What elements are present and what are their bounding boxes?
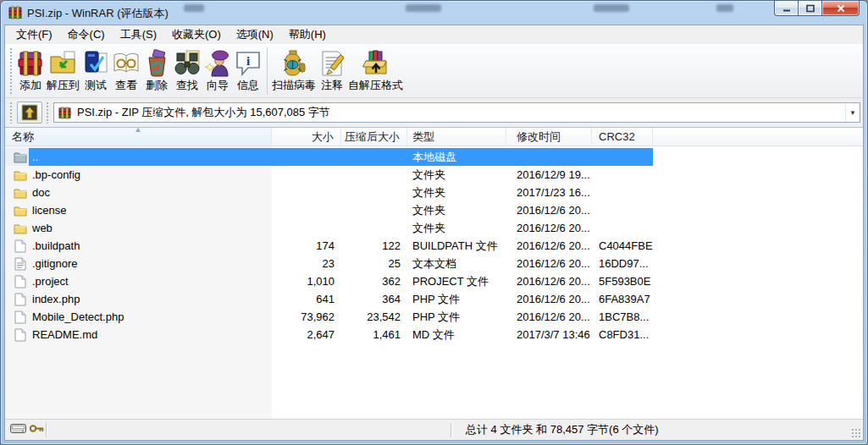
toolbar-button-sfx[interactable]: 自解压格式 (347, 46, 404, 96)
close-button[interactable] (821, 1, 860, 16)
file-row[interactable]: .bp-config文件夹2016/12/9 19... (5, 166, 863, 184)
file-name: web (32, 222, 53, 234)
file-name-cell: .buildpath (5, 237, 272, 255)
window-controls (775, 1, 860, 16)
file-row[interactable]: README.md2,6471,461MD 文件2017/3/7 13:46C8… (5, 326, 863, 343)
file-type-cell: 文件夹 (407, 166, 506, 184)
file-row[interactable]: .buildpath174122BUILDPATH 文件2016/12/6 20… (5, 237, 863, 255)
menu-item-o[interactable]: 收藏夹(O) (164, 25, 229, 44)
column-header-label: CRC32 (599, 130, 635, 143)
file-packed-size-cell: 25 (341, 255, 407, 272)
status-icons (5, 422, 46, 437)
file-packed-size-cell (341, 219, 407, 237)
file-size-cell: 2,647 (272, 326, 341, 343)
toolbar: 添加解压到测试查看删除查找向导i信息扫描病毒注释自解压格式 (5, 44, 863, 98)
column-header-size[interactable]: 大小 (272, 128, 341, 146)
toolbar-button-label: 扫描病毒 (272, 78, 316, 93)
file-packed-size-cell: 362 (341, 272, 407, 290)
file-modified-cell: 2016/12/6 20... (506, 255, 592, 272)
file-name: Mobile_Detect.php (32, 310, 124, 323)
menu-item-s[interactable]: 工具(S) (113, 25, 164, 44)
drive-icon (10, 422, 26, 437)
column-header-label: 类型 (412, 129, 434, 145)
file-row[interactable]: index.php641364PHP 文件2016/12/6 20...6FA8… (5, 290, 863, 308)
file-size-cell: 174 (272, 237, 341, 255)
toolbar-button-extract-to[interactable]: 解压到 (46, 46, 80, 96)
extract-to-icon (49, 49, 78, 78)
toolbar-separator (267, 47, 268, 95)
toolbar-button-info[interactable]: i信息 (233, 46, 263, 96)
toolbar-button-view-file[interactable]: 查看 (111, 46, 141, 96)
glass-reflection (716, 4, 733, 12)
resize-grip[interactable] (851, 428, 861, 438)
file-type-cell: 文件夹 (407, 201, 506, 219)
file-size-cell (272, 166, 341, 184)
file-crc-cell: 6FA839A7 (592, 290, 653, 308)
file-row[interactable]: web文件夹2016/12/6 20... (5, 219, 863, 237)
toolbar-button-label: 注释 (321, 78, 343, 93)
menu-bar: 文件(F)命令(C)工具(S)收藏夹(O)选项(N)帮助(H) (5, 25, 863, 44)
column-header-name[interactable]: ▲名称 (5, 128, 272, 146)
toolbar-button-delete[interactable]: 删除 (141, 46, 172, 96)
file-name: .buildpath (32, 239, 80, 252)
archive-description: PSI.zip - ZIP 压缩文件, 解包大小为 15,607,085 字节 (77, 105, 330, 120)
menu-item-n[interactable]: 选项(N) (229, 25, 281, 44)
file-crc-cell: C8FD31... (592, 326, 653, 343)
toolbar-button-scan-virus[interactable]: 扫描病毒 (271, 46, 317, 96)
column-header-label: 大小 (312, 129, 334, 145)
menu-item-h[interactable]: 帮助(H) (281, 25, 334, 44)
file-icon (14, 275, 27, 288)
file-modified-cell: 2017/1/23 16... (506, 184, 592, 201)
file-crc-cell: C4044FBE (592, 237, 653, 255)
file-modified-cell: 2016/12/6 20... (506, 237, 592, 255)
title-bar[interactable]: PSI.zip - WinRAR (评估版本) (1, 1, 867, 25)
toolbar-button-wizard[interactable]: 向导 (202, 46, 233, 96)
file-name-cell: doc (5, 184, 272, 201)
address-grip[interactable] (9, 102, 14, 124)
toolbar-button-add-archive[interactable]: 添加 (15, 46, 46, 96)
sfx-icon (362, 49, 390, 78)
wizard-icon (203, 49, 232, 78)
file-row[interactable]: doc文件夹2017/1/23 16... (5, 184, 863, 201)
folder-icon (14, 186, 27, 200)
column-header-mod[interactable]: 修改时间 (506, 128, 592, 146)
file-name-cell: Mobile_Detect.php (5, 308, 272, 326)
file-crc-cell: 1BC7B8... (592, 308, 653, 326)
file-name-cell: .gitignore (5, 255, 272, 272)
toolbar-button-comment[interactable]: 注释 (317, 46, 347, 96)
file-row[interactable]: .gitignore2325文本文档2016/12/6 20...16DD97.… (5, 255, 863, 272)
menu-item-f[interactable]: 文件(F) (8, 25, 60, 44)
file-list-panel: ▲名称大小压缩后大小类型修改时间CRC32 ..本地磁盘.bp-config文件… (5, 127, 863, 419)
file-name: .. (32, 151, 38, 163)
combo-grip[interactable] (46, 102, 50, 124)
file-modified-cell: 2016/12/6 20... (506, 219, 592, 237)
up-folder-icon (14, 151, 27, 164)
file-name-cell: .project (5, 272, 272, 290)
column-header-type[interactable]: 类型 (407, 128, 506, 146)
close-icon (836, 1, 846, 16)
archive-path-combobox[interactable]: PSI.zip - ZIP 压缩文件, 解包大小为 15,607,085 字节 … (53, 102, 860, 123)
up-one-level-button[interactable] (17, 102, 42, 124)
file-row[interactable]: Mobile_Detect.php73,96223,542PHP 文件2016/… (5, 308, 863, 326)
file-type-cell: MD 文件 (407, 326, 506, 343)
file-icon (14, 293, 27, 306)
file-name: license (32, 204, 66, 217)
minimize-button[interactable] (774, 1, 799, 16)
maximize-button[interactable] (798, 1, 822, 16)
file-name-cell: .bp-config (5, 166, 272, 184)
toolbar-button-label: 信息 (237, 78, 259, 93)
file-name: index.php (32, 293, 80, 305)
file-modified-cell: 2016/12/6 20... (506, 308, 592, 326)
scan-virus-icon (279, 49, 308, 78)
file-name-cell: web (5, 219, 272, 237)
column-header-packed[interactable]: 压缩后大小 (341, 128, 407, 146)
combobox-dropdown-arrow[interactable]: ▼ (845, 103, 860, 122)
menu-item-c[interactable]: 命令(C) (60, 25, 113, 44)
toolbar-button-test-archive[interactable]: 测试 (80, 46, 111, 96)
file-row[interactable]: license文件夹2016/12/6 20... (5, 201, 863, 219)
file-row[interactable]: ..本地磁盘 (5, 148, 863, 166)
toolbar-grip[interactable] (9, 47, 14, 94)
toolbar-button-find[interactable]: 查找 (172, 46, 202, 96)
file-row[interactable]: .project1,010362PROJECT 文件2016/12/6 20..… (5, 272, 863, 290)
column-header-crc[interactable]: CRC32 (592, 128, 653, 146)
